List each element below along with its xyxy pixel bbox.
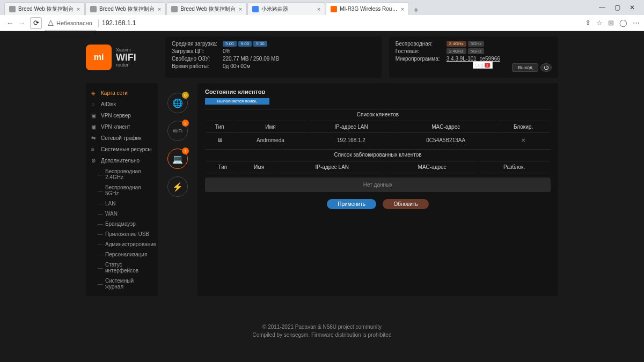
sidebar-item-vpn-server[interactable]: ▣VPN сервер: [86, 110, 158, 121]
logout-button[interactable]: Выход: [512, 63, 538, 72]
extensions-icon[interactable]: ⊞: [608, 19, 614, 27]
tab-0[interactable]: Breed Web 恢复控制台×: [4, 2, 85, 15]
sidebar-sub-wlan5[interactable]: Беспроводная 5GHz: [86, 182, 158, 198]
sidebar-item-network-map[interactable]: ◈Карта сети: [86, 87, 158, 99]
close-icon[interactable]: ×: [158, 6, 161, 12]
maximize-button[interactable]: ▢: [610, 0, 625, 15]
table-row: 🖥 Andromeda 192.168.1.2 0C54A5B213AA ✕: [206, 134, 550, 146]
tab-1[interactable]: Breed Web 恢复控制台×: [85, 2, 166, 15]
forward-button[interactable]: →: [16, 19, 28, 27]
sidebar-item-sysres[interactable]: ≡Системные ресурсы: [86, 144, 158, 155]
traffic-icon: ⇆: [91, 135, 98, 141]
sidebar-sub-syslog[interactable]: Системный журнал: [86, 276, 158, 292]
sidebar-sub-wan[interactable]: WAN: [86, 209, 158, 219]
no-data-label: Нет данных: [205, 178, 551, 192]
guest-5-chip[interactable]: 5GHz: [468, 48, 484, 54]
close-icon[interactable]: ×: [401, 6, 404, 12]
disk-icon: ○: [91, 101, 98, 107]
map-icon: ◈: [91, 90, 98, 96]
share-icon[interactable]: ⇪: [585, 19, 591, 27]
sidebar-item-advanced[interactable]: ⚙Дополнительно: [86, 155, 158, 166]
clients-list-title: Список клиентов: [205, 109, 551, 120]
power-icon[interactable]: ⏻: [540, 63, 552, 72]
guest-24-chip[interactable]: 2.4GHz: [447, 48, 466, 54]
chart-icon: ≡: [91, 146, 98, 152]
tab-4[interactable]: MI-R3G Wireless Router×: [326, 2, 409, 15]
system-stats-panel: Средняя загрузка: 5.00 9.00 5.00 Загрузк…: [165, 36, 382, 78]
router-logo: mi Xiaomi WiFi router: [86, 36, 158, 78]
footer: © 2011-2021 Padavan & N56U project commu…: [86, 323, 558, 339]
server-icon: ▣: [91, 113, 98, 119]
sidebar-sub-admin[interactable]: Администрирование: [86, 239, 158, 249]
wlan-24-chip[interactable]: 2.4GHz: [447, 41, 466, 47]
url-text[interactable]: 192.168.1.1: [102, 19, 136, 27]
log-badge[interactable]: Log1: [473, 61, 493, 69]
refresh-button[interactable]: Обновить: [383, 199, 428, 209]
address-bar: ← → ⟳ Небезопасно | 192.168.1.1 ⇪ ☆ ⊞ ◯ …: [0, 15, 644, 31]
tab-2[interactable]: Breed Web 恢复控制台×: [166, 2, 247, 15]
favorite-icon[interactable]: ☆: [596, 19, 603, 27]
internet-icon[interactable]: 🌐0: [167, 93, 188, 113]
browser-tabs: Breed Web 恢复控制台× Breed Web 恢复控制台× Breed …: [0, 0, 644, 15]
sidebar-item-traffic[interactable]: ⇆Сетевой трафик: [86, 132, 158, 144]
clients-icon[interactable]: 💻1: [167, 149, 188, 169]
close-icon[interactable]: ×: [239, 6, 242, 12]
sidebar-sub-usb[interactable]: Приложение USB: [86, 229, 158, 239]
security-indicator[interactable]: Небезопасно: [47, 19, 92, 26]
device-type-icon: 🖥: [206, 134, 233, 146]
new-tab-button[interactable]: +: [409, 5, 422, 15]
usb-icon[interactable]: ⚡: [167, 176, 188, 197]
mi-logo-icon: mi: [86, 45, 112, 70]
back-button[interactable]: ←: [4, 19, 16, 27]
minimize-button[interactable]: —: [595, 0, 610, 15]
sidebar-sub-ifstatus[interactable]: Статус интерфейсов: [86, 260, 158, 276]
gear-icon: ⚙: [91, 158, 98, 164]
wlan-5-chip[interactable]: 5GHz: [468, 41, 484, 47]
panel-title: Состояние клиентов: [205, 88, 551, 95]
sidebar-sub-wlan24[interactable]: Беспроводная 2.4GHz: [86, 166, 158, 182]
wifi-icon[interactable]: WiFi2: [167, 121, 188, 141]
tab-3[interactable]: 小米路由器×: [247, 2, 325, 15]
warning-icon: [47, 19, 54, 26]
clients-table: ТипИмя IP-адрес LANMAC-адрес Блокир. 🖥 A…: [205, 120, 551, 147]
close-icon[interactable]: ×: [317, 6, 320, 12]
sidebar-item-vpn-client[interactable]: ▣VPN клиент: [86, 121, 158, 132]
search-progress: Выполняется поиск, подождите...: [205, 98, 269, 105]
sidebar-sub-lan[interactable]: LAN: [86, 198, 158, 209]
sidebar-item-aidisk[interactable]: ○AiDisk: [86, 99, 158, 110]
sidebar-sub-custom[interactable]: Персонализация: [86, 249, 158, 260]
close-window-button[interactable]: ✕: [625, 0, 640, 15]
clients-panel: Состояние клиентов Выполняется поиск, по…: [197, 83, 558, 296]
blocked-table: ТипИмя IP-адрес LANMAC-адрес Разблок.: [205, 160, 551, 174]
reload-button[interactable]: ⟳: [30, 17, 42, 29]
block-button[interactable]: ✕: [497, 134, 550, 146]
close-icon[interactable]: ×: [77, 6, 80, 12]
blocked-list-title: Список заблокированных клиентов: [205, 149, 551, 160]
profile-icon[interactable]: ◯: [619, 19, 627, 27]
sidebar-sub-firewall[interactable]: Брандмауэр: [86, 219, 158, 229]
sidebar: ◈Карта сети ○AiDisk ▣VPN сервер ▣VPN кли…: [86, 83, 158, 296]
icon-column: 🌐0 WiFi2 💻1 ⚡: [165, 83, 190, 296]
client-icon: ▣: [91, 124, 98, 130]
apply-button[interactable]: Применить: [327, 199, 376, 209]
wireless-stats-panel: Беспроводная: 2.4GHz 5GHz Гостевая: 2.4G…: [389, 36, 558, 78]
menu-icon[interactable]: ⋯: [633, 19, 640, 27]
